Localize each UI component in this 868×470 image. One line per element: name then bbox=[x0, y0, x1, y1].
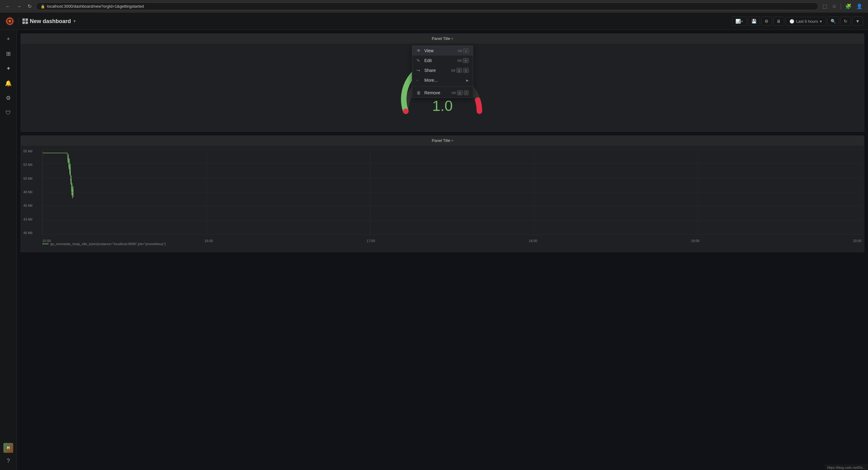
grid-line-5 bbox=[43, 206, 862, 206]
time-range-button[interactable]: 🕐 Last 6 hours ▾ bbox=[785, 17, 826, 26]
y-label-48mil: 48 Mil bbox=[23, 190, 32, 194]
address-bar[interactable]: 🔒 localhost:3000/dashboard/new?orgId=1&g… bbox=[36, 2, 818, 10]
add-panel-button[interactable]: 📊+ bbox=[732, 17, 746, 26]
context-menu-edit[interactable]: ✎ Edit ⌨ e bbox=[412, 56, 473, 65]
context-view-shortcut: ⌨ v bbox=[458, 48, 469, 53]
sidebar-item-dashboards[interactable]: ⊞ bbox=[2, 47, 15, 60]
chart-y-axis: 55 Mil 53 Mil 50 Mil 48 Mil 45 Mil 43 Mi… bbox=[23, 149, 32, 235]
context-remove-shortcut: ⌨ p r bbox=[452, 90, 469, 95]
gauge-panel-title: Panel Title bbox=[432, 36, 451, 41]
y-label-50mil: 50 Mil bbox=[23, 177, 32, 180]
svg-point-2 bbox=[9, 20, 11, 23]
context-more-label: More... bbox=[425, 78, 463, 83]
x-label-1800: 18:00 bbox=[529, 239, 537, 243]
top-nav: New dashboard ▼ 📊+ 💾 ⚙ 🖥 🕐 Last 6 hours … bbox=[0, 13, 868, 30]
sidebar-item-shield[interactable]: 🛡 bbox=[2, 106, 15, 119]
app: New dashboard ▼ 📊+ 💾 ⚙ 🖥 🕐 Last 6 hours … bbox=[0, 13, 868, 470]
eye-icon: 👁 bbox=[416, 48, 422, 53]
clock-icon: 🕐 bbox=[789, 19, 794, 24]
search-button[interactable]: 🔍 bbox=[827, 17, 839, 26]
lock-icon: 🔒 bbox=[40, 4, 45, 9]
shortcut-p: p bbox=[456, 68, 462, 73]
sidebar-item-alerting[interactable]: 🔔 bbox=[2, 77, 15, 90]
url-text: localhost:3000/dashboard/new?orgId=1&get… bbox=[47, 4, 144, 9]
context-menu-divider bbox=[412, 86, 473, 87]
trash-icon: 🗑 bbox=[416, 90, 422, 95]
context-menu-remove[interactable]: 🗑 Remove ⌨ p r bbox=[412, 88, 473, 98]
x-label-1600: 16:00 bbox=[205, 239, 213, 243]
sidebar-item-explore[interactable]: ✦ bbox=[2, 62, 15, 75]
save-dashboard-button[interactable]: 💾 bbox=[748, 17, 760, 26]
chart-panel: Panel Title ▾ 55 Mil 53 Mil 50 Mil 48 Mi… bbox=[21, 136, 864, 252]
chart-panel-caret[interactable]: ▾ bbox=[452, 139, 453, 142]
shortcut-v: v bbox=[463, 48, 469, 53]
context-menu: 👁 View ⌨ v ✎ Edit ⌨ e bbox=[412, 46, 473, 98]
more-button[interactable]: ▼ bbox=[852, 17, 863, 26]
divider bbox=[841, 3, 841, 9]
grid-line-1 bbox=[43, 149, 862, 150]
x-label-1700: 17:00 bbox=[367, 239, 375, 243]
back-button[interactable]: ← bbox=[4, 2, 12, 10]
grid-icon: ⊞ bbox=[6, 50, 11, 57]
compass-icon: ✦ bbox=[6, 65, 11, 72]
context-menu-view[interactable]: 👁 View ⌨ v bbox=[412, 46, 473, 56]
legend-line bbox=[42, 244, 49, 244]
grid-line-3 bbox=[43, 178, 862, 178]
save-icon: 💾 bbox=[751, 19, 756, 24]
tv-mode-button[interactable]: 🖥 bbox=[773, 17, 784, 26]
shield-icon: 🛡 bbox=[5, 110, 11, 116]
gauge-panel: Panel Title ▾ 👁 View ⌨ v bbox=[21, 33, 864, 132]
chevron-down-icon: ▼ bbox=[856, 19, 860, 24]
bookmark-button[interactable]: ☆ bbox=[830, 2, 838, 10]
chart-area bbox=[42, 149, 862, 235]
time-caret-icon: ▾ bbox=[820, 19, 822, 24]
settings-icon: ⚙ bbox=[6, 95, 11, 101]
main-layout: + ⊞ ✦ 🔔 ⚙ 🛡 H ? bbox=[0, 30, 868, 470]
bell-icon: 🔔 bbox=[5, 80, 12, 87]
extension-button[interactable]: 🧩 bbox=[843, 2, 853, 10]
legend-text: go_memstats_heap_idle_bytes{instance="lo… bbox=[50, 242, 166, 246]
dashboard-content: Panel Title ▾ 👁 View ⌨ v bbox=[17, 30, 868, 470]
context-remove-label: Remove bbox=[425, 90, 448, 95]
dashboard-title[interactable]: New dashboard bbox=[30, 18, 71, 25]
context-view-label: View bbox=[425, 48, 455, 53]
context-edit-label: Edit bbox=[425, 58, 455, 63]
context-menu-more[interactable]: ◦ More... ▶ bbox=[412, 75, 473, 85]
grid-line-6 bbox=[43, 220, 862, 221]
user-avatar[interactable]: H bbox=[3, 443, 13, 453]
share-icon: ↪ bbox=[416, 68, 422, 73]
browser-chrome: ← → ↻ 🔒 localhost:3000/dashboard/new?org… bbox=[0, 0, 868, 13]
grafana-logo[interactable] bbox=[5, 16, 15, 26]
grid-line-2 bbox=[43, 164, 862, 164]
cast-button[interactable]: ⬚ bbox=[821, 2, 829, 10]
sidebar-item-configuration[interactable]: ⚙ bbox=[2, 91, 15, 105]
sidebar-item-help[interactable]: ? bbox=[2, 454, 15, 468]
chart-panel-header[interactable]: Panel Title ▾ bbox=[21, 136, 864, 146]
dashboard-dropdown-icon[interactable]: ▼ bbox=[73, 19, 76, 23]
shortcut-pr: p bbox=[457, 90, 463, 95]
nav-divider bbox=[19, 18, 19, 25]
refresh-button[interactable]: ↻ bbox=[840, 17, 851, 26]
time-range-label: Last 6 hours bbox=[796, 19, 818, 24]
context-edit-shortcut: ⌨ e bbox=[457, 58, 468, 63]
help-icon: ? bbox=[7, 458, 10, 464]
sidebar-item-add[interactable]: + bbox=[2, 32, 15, 46]
settings-button[interactable]: ⚙ bbox=[761, 17, 772, 26]
gauge-panel-header[interactable]: Panel Title ▾ 👁 View ⌨ v bbox=[21, 34, 864, 43]
chart-panel-title: Panel Title bbox=[432, 138, 451, 143]
forward-button[interactable]: → bbox=[15, 2, 23, 10]
more-arrow-icon: ▶ bbox=[466, 79, 469, 82]
browser-actions: ⬚ ☆ 🧩 👤 bbox=[821, 2, 864, 10]
top-nav-actions: 📊+ 💾 ⚙ 🖥 🕐 Last 6 hours ▾ 🔍 ↻ bbox=[732, 17, 863, 26]
gauge-panel-caret[interactable]: ▾ bbox=[452, 37, 453, 40]
y-label-40mil: 40 Mil bbox=[23, 231, 32, 235]
context-share-shortcut: ⌨ p s bbox=[451, 68, 469, 73]
context-menu-share[interactable]: ↪ Share ⌨ p s bbox=[412, 65, 473, 75]
y-label-43mil: 43 Mil bbox=[23, 217, 32, 221]
gear-icon: ⚙ bbox=[765, 19, 769, 24]
reload-button[interactable]: ↻ bbox=[26, 2, 33, 10]
refresh-icon: ↻ bbox=[844, 19, 847, 24]
chart-panel-body: 55 Mil 53 Mil 50 Mil 48 Mil 45 Mil 43 Mi… bbox=[21, 146, 864, 247]
grid-line-7 bbox=[43, 234, 862, 235]
profile-button[interactable]: 👤 bbox=[855, 2, 864, 10]
